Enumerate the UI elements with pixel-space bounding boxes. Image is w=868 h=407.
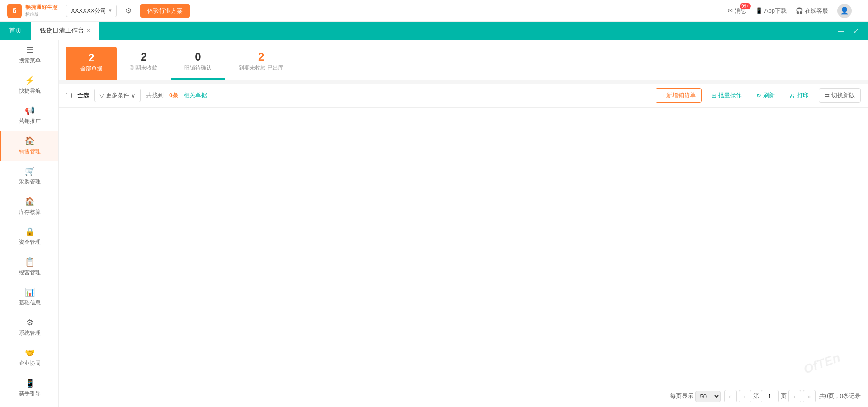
sidebar-item-enterprise[interactable]: 🤝 企业协同 bbox=[0, 342, 58, 373]
select-all-checkbox[interactable] bbox=[66, 93, 72, 98]
logo-sub-text: 标准版 bbox=[25, 11, 58, 17]
quick-nav-icon: ⚡ bbox=[25, 75, 35, 85]
next-page-button[interactable]: › bbox=[788, 390, 801, 402]
operations-icon: 📋 bbox=[25, 257, 35, 267]
settings-button[interactable]: ⚙ bbox=[121, 4, 136, 18]
sidebar-label-sales: 销售管理 bbox=[19, 148, 41, 155]
sidebar-item-marketing[interactable]: 📢 营销推广 bbox=[0, 100, 58, 131]
online-service-label: 在线客服 bbox=[805, 7, 828, 15]
online-service-item[interactable]: 🎧 在线客服 bbox=[796, 7, 828, 15]
stat-tab-all[interactable]: 2 全部单据 bbox=[66, 47, 117, 80]
sidebar-item-quick-nav[interactable]: ⚡ 快捷导航 bbox=[0, 70, 58, 100]
content-area: 2 全部单据 2 到期未收款 0 旺铺待确认 2 到期未收款 已出库 全选 ▽ … bbox=[59, 40, 868, 407]
top-header: 6 畅捷通好生意 标准版 XXXXXX公司 ▾ ⚙ 体验行业方案 ✉ 消息 99… bbox=[0, 0, 868, 22]
tab-active[interactable]: 钱货日清工作台 × bbox=[31, 22, 99, 40]
switch-label: 切换新版 bbox=[831, 91, 855, 99]
online-service-icon: 🎧 bbox=[796, 7, 803, 14]
stat-number-pending: 0 bbox=[195, 51, 201, 62]
found-text-label: 共找到 bbox=[146, 91, 164, 99]
logo-text: 畅捷通好生意 标准版 bbox=[25, 4, 58, 17]
system-icon: ⚙ bbox=[26, 318, 33, 327]
filter-icon: ▽ bbox=[99, 92, 104, 99]
stat-tab-overdue[interactable]: 2 到期未收款 bbox=[117, 47, 171, 80]
experience-btn[interactable]: 体验行业方案 bbox=[140, 4, 190, 18]
company-dropdown-arrow: ▾ bbox=[109, 8, 112, 14]
stat-label-overdue-shipped: 到期未收款 已出库 bbox=[239, 64, 283, 72]
stat-label-pending: 旺铺待确认 bbox=[184, 64, 212, 72]
message-icon: ✉ bbox=[728, 7, 733, 14]
message-item[interactable]: ✉ 消息 99+ bbox=[728, 7, 746, 15]
sidebar-item-finance[interactable]: 🔒 资金管理 bbox=[0, 221, 58, 252]
sidebar-item-system[interactable]: ⚙ 系统管理 bbox=[0, 312, 58, 342]
page-size-selector: 每页显示 50 100 200 bbox=[670, 391, 721, 402]
sidebar-label-guide: 新手引导 bbox=[19, 390, 41, 398]
sidebar-item-purchase[interactable]: 🛒 采购管理 bbox=[0, 161, 58, 191]
nav-tabs: 首页 钱货日清工作台 × — ⤢ bbox=[0, 22, 868, 40]
sidebar-item-search-menu[interactable]: ☰ 搜索菜单 bbox=[0, 40, 58, 70]
stat-tab-pending[interactable]: 0 旺铺待确认 bbox=[171, 47, 225, 80]
sidebar-item-basic-info[interactable]: 📊 基础信息 bbox=[0, 282, 58, 312]
search-menu-icon: ☰ bbox=[26, 45, 33, 55]
page-number-input[interactable] bbox=[761, 390, 779, 402]
filter-button[interactable]: ▽ 更多条件 ∨ bbox=[94, 89, 141, 102]
sidebar-item-app-center[interactable]: 📦 应用中心 bbox=[0, 403, 58, 407]
logo-main-text: 畅捷通好生意 bbox=[25, 4, 58, 11]
tab-home[interactable]: 首页 bbox=[0, 22, 31, 40]
toolbar: 全选 ▽ 更多条件 ∨ 共找到 0条 相关单据 + 新增销货单 ⊞ 批量操作 ↻… bbox=[59, 84, 868, 108]
switch-version-button[interactable]: ⇄ 切换新版 bbox=[819, 88, 861, 103]
sidebar-item-sales[interactable]: 🏠 销售管理 bbox=[0, 131, 58, 161]
finance-icon: 🔒 bbox=[25, 227, 35, 237]
stat-tab-overdue-shipped[interactable]: 2 到期未收款 已出库 bbox=[225, 47, 297, 80]
batch-label: 批量操作 bbox=[718, 91, 742, 99]
batch-icon: ⊞ bbox=[712, 92, 717, 99]
prev-page-button[interactable]: ‹ bbox=[739, 390, 751, 402]
message-badge: 99+ bbox=[740, 3, 751, 9]
print-button[interactable]: 🖨 打印 bbox=[785, 89, 813, 102]
refresh-label: 刷新 bbox=[763, 91, 775, 99]
maximize-btn[interactable]: ⤢ bbox=[850, 24, 863, 37]
print-label: 打印 bbox=[797, 91, 809, 99]
header-right: ✉ 消息 99+ 📱 App下载 🎧 在线客服 👤 bbox=[728, 4, 861, 18]
tab-window-controls: — ⤢ bbox=[835, 24, 868, 37]
total-records-text: 共0页，0条记录 bbox=[819, 392, 861, 400]
sidebar-label-inventory: 库存核算 bbox=[19, 208, 41, 216]
stats-tabs: 2 全部单据 2 到期未收款 0 旺铺待确认 2 到期未收款 已出库 bbox=[59, 40, 868, 80]
last-page-button[interactable]: » bbox=[803, 390, 816, 402]
select-all-label: 全选 bbox=[77, 91, 89, 99]
per-page-select[interactable]: 50 100 200 bbox=[695, 391, 721, 402]
refresh-button[interactable]: ↻ 刷新 bbox=[752, 89, 779, 102]
related-link[interactable]: 相关单据 bbox=[184, 91, 207, 99]
active-tab-label: 钱货日清工作台 bbox=[40, 27, 84, 35]
sidebar-label-purchase: 采购管理 bbox=[19, 178, 41, 186]
pagination: 每页显示 50 100 200 « ‹ 第 页 › » 共0页，0条记录 bbox=[59, 385, 868, 407]
stat-label-all: 全部单据 bbox=[80, 65, 102, 73]
avatar[interactable]: 👤 bbox=[837, 4, 852, 18]
enterprise-icon: 🤝 bbox=[25, 348, 35, 358]
app-download-item[interactable]: 📱 App下载 bbox=[755, 7, 787, 15]
sidebar-label-marketing: 营销推广 bbox=[19, 117, 41, 125]
sidebar-label-system: 系统管理 bbox=[19, 329, 41, 337]
batch-operation-button[interactable]: ⊞ 批量操作 bbox=[707, 89, 746, 102]
app-download-label: App下载 bbox=[764, 7, 787, 15]
add-sale-order-button[interactable]: + 新增销货单 bbox=[656, 88, 702, 103]
sidebar-item-guide[interactable]: 📱 新手引导 bbox=[0, 373, 58, 403]
minimize-btn[interactable]: — bbox=[835, 24, 847, 37]
filter-arrow-icon: ∨ bbox=[131, 92, 136, 99]
sidebar-item-operations[interactable]: 📋 经营管理 bbox=[0, 252, 58, 282]
sidebar-label-quick-nav: 快捷导航 bbox=[19, 87, 41, 95]
tab-close-btn[interactable]: × bbox=[87, 28, 90, 34]
first-page-button[interactable]: « bbox=[724, 390, 737, 402]
refresh-icon: ↻ bbox=[756, 92, 761, 99]
company-selector[interactable]: XXXXXX公司 ▾ bbox=[66, 5, 117, 17]
stat-number-overdue: 2 bbox=[141, 51, 146, 62]
filter-label: 更多条件 bbox=[106, 91, 129, 99]
company-name: XXXXXX公司 bbox=[71, 7, 106, 15]
sidebar-label-basic-info: 基础信息 bbox=[19, 299, 41, 307]
logo-icon: 6 bbox=[7, 4, 22, 18]
sidebar-label-finance: 资金管理 bbox=[19, 239, 41, 246]
page-label: 第 bbox=[753, 392, 759, 400]
sidebar-item-inventory[interactable]: 🏠 库存核算 bbox=[0, 191, 58, 221]
switch-icon: ⇄ bbox=[825, 92, 830, 99]
purchase-icon: 🛒 bbox=[25, 166, 35, 176]
guide-icon: 📱 bbox=[25, 378, 35, 388]
